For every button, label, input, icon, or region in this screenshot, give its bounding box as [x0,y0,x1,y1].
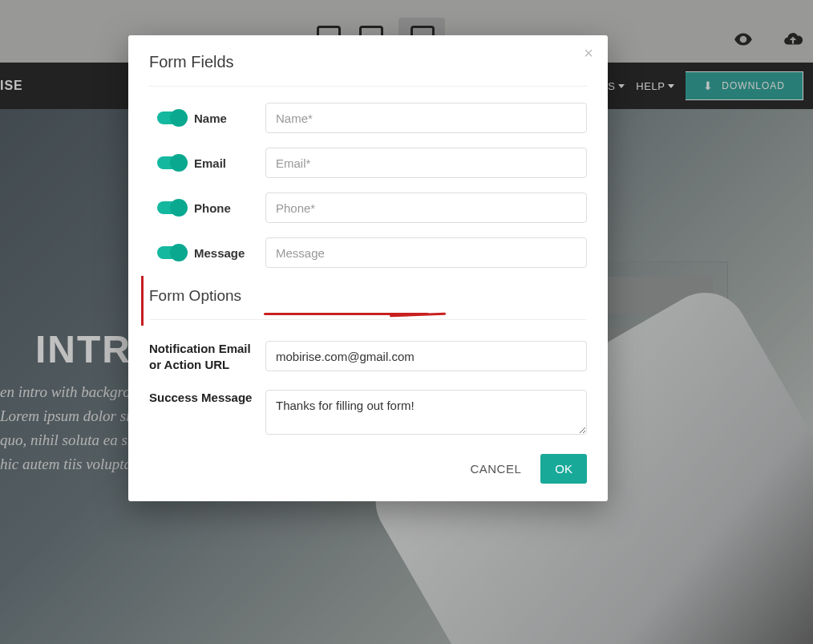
field-row-email: Email [149,148,587,178]
notification-email-input[interactable] [265,341,587,371]
cancel-button[interactable]: CANCEL [463,454,528,484]
toggle-phone[interactable] [157,201,184,214]
placeholder-input-email[interactable] [265,148,587,178]
placeholder-input-message[interactable] [265,237,587,268]
field-row-name: Name [149,103,587,133]
label-notification: Notification Email or Action URL [149,341,253,374]
field-row-message: Message [149,237,587,268]
annotation-red-bar [141,276,144,326]
close-icon[interactable]: × [584,45,593,61]
form-fields-modal: × Form Fields Name Email Phone Mes [128,35,608,501]
placeholder-input-name[interactable] [265,103,587,133]
toggle-message[interactable] [157,246,184,259]
ok-button[interactable]: OK [540,454,587,484]
label-phone: Phone [194,201,231,215]
label-success: Success Message [149,390,253,406]
toggle-email[interactable] [157,156,184,169]
toggle-name[interactable] [157,111,184,124]
success-message-input[interactable]: Thanks for filling out form! [265,390,587,435]
option-row-success: Success Message Thanks for filling out f… [149,390,587,438]
option-row-notification: Notification Email or Action URL [149,341,587,374]
label-name: Name [194,111,227,125]
field-row-phone: Phone [149,192,587,223]
placeholder-input-phone[interactable] [265,192,587,223]
label-message: Message [194,246,245,260]
label-email: Email [194,156,226,170]
section-title-fields: Form Fields [149,53,587,87]
